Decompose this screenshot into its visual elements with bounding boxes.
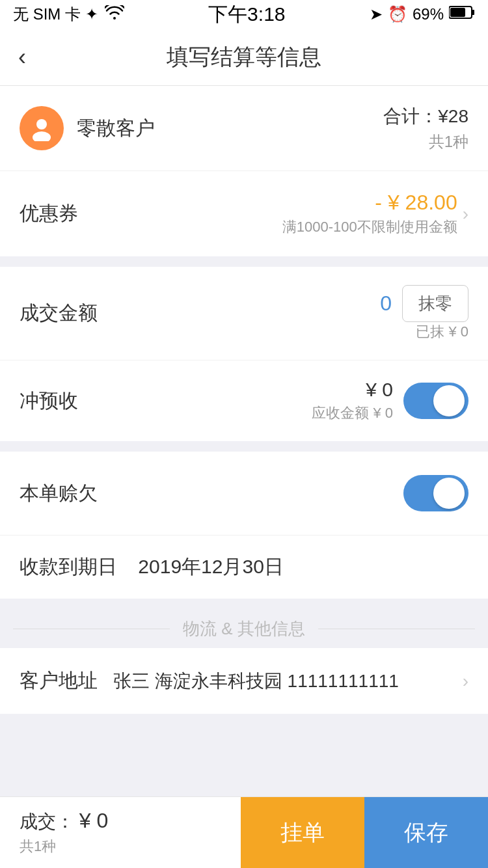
precollect-values: ¥ 0 应收金额 ¥ 0 — [312, 379, 393, 423]
bottom-bar: 成交： ¥ 0 共1种 挂单 保存 — [0, 796, 488, 868]
precollect-toggle[interactable] — [403, 383, 468, 419]
deal-amount-value: 0 — [380, 292, 392, 316]
deal-amount-value-col: 0 抹零 已抹 ¥ 0 — [380, 285, 468, 342]
hold-button[interactable]: 挂单 — [241, 797, 364, 869]
battery-icon — [449, 5, 475, 23]
content: 零散客户 合计：¥28 共1种 优惠券 - ¥ 28.00 满1000-100不… — [0, 86, 488, 802]
bottom-deal-amount: ¥ 0 — [79, 809, 108, 832]
status-left: 无 SIM 卡 ✦ — [13, 4, 124, 25]
deal-amount-value-row: 0 抹零 — [380, 285, 468, 322]
debit-toggle-thumb — [433, 478, 465, 509]
customer-total: 合计：¥28 — [383, 104, 468, 129]
logistics-line-right — [318, 629, 475, 629]
svg-rect-1 — [472, 10, 474, 15]
status-bar: 无 SIM 卡 ✦ 下午3:18 ➤ ⏰ 69% — [0, 0, 488, 29]
battery-label: 69% — [413, 5, 444, 23]
customer-count: 共1种 — [383, 131, 468, 152]
coupon-desc: 满1000-100不限制使用金额 — [282, 217, 457, 237]
due-date-row: 收款到期日 2019年12月30日 — [0, 535, 488, 599]
precollect-row: 冲预收 ¥ 0 应收金额 ¥ 0 — [0, 360, 488, 441]
customer-row: 零散客户 合计：¥28 共1种 — [0, 86, 488, 170]
due-date-value: 2019年12月30日 — [138, 556, 283, 577]
wifi-icon — [105, 5, 124, 23]
customer-right: 合计：¥28 共1种 — [383, 104, 468, 152]
avatar — [20, 106, 64, 150]
coupon-chevron-icon: › — [463, 204, 468, 224]
location-icon: ➤ — [370, 5, 383, 23]
logistics-label: 物流 & 其他信息 — [183, 617, 305, 640]
deal-amount-label: 成交金额 — [20, 300, 98, 327]
bottom-count: 共1种 — [20, 837, 221, 856]
alarm-icon: ⏰ — [388, 5, 407, 23]
precollect-toggle-thumb — [433, 385, 465, 416]
customer-section: 零散客户 合计：¥28 共1种 优惠券 - ¥ 28.00 满1000-100不… — [0, 86, 488, 256]
debit-toggle[interactable] — [403, 475, 468, 511]
svg-point-3 — [36, 119, 47, 129]
address-chevron-icon: › — [463, 671, 468, 692]
debit-toggle-track — [403, 475, 468, 511]
status-time: 下午3:18 — [208, 1, 285, 28]
address-value: 张三 海淀永丰科技园 11111111111 — [113, 669, 463, 694]
save-button[interactable]: 保存 — [364, 797, 488, 869]
debit-row: 本单赊欠 — [0, 452, 488, 535]
coupon-row[interactable]: 优惠券 - ¥ 28.00 满1000-100不限制使用金额 › — [0, 170, 488, 256]
bottom-info: 成交： ¥ 0 共1种 — [0, 809, 241, 856]
svg-rect-2 — [450, 8, 465, 17]
nav-bar: ‹ 填写结算等信息 — [0, 29, 488, 86]
precollect-right: ¥ 0 应收金额 ¥ 0 — [312, 379, 468, 423]
deal-amount-row: 成交金额 0 抹零 已抹 ¥ 0 — [0, 267, 488, 360]
due-date-label: 收款到期日 — [20, 556, 117, 577]
coupon-discount: - ¥ 28.00 — [282, 191, 457, 215]
page-title: 填写结算等信息 — [167, 42, 321, 72]
precollect-sub: 应收金额 ¥ 0 — [312, 403, 393, 423]
sim-label: 无 SIM 卡 ✦ — [13, 4, 98, 25]
customer-left: 零散客户 — [20, 106, 155, 150]
logistics-line-left — [13, 629, 170, 629]
customer-name: 零散客户 — [77, 115, 155, 142]
precollect-toggle-track — [403, 383, 468, 419]
address-row[interactable]: 客户地址 张三 海淀永丰科技园 11111111111 › — [0, 648, 488, 714]
svg-point-4 — [33, 131, 51, 141]
status-right: ➤ ⏰ 69% — [370, 5, 475, 23]
coupon-right: - ¥ 28.00 满1000-100不限制使用金额 › — [282, 191, 468, 237]
logistics-divider: 物流 & 其他信息 — [0, 609, 488, 648]
bottom-deal-row: 成交： ¥ 0 — [20, 809, 221, 834]
deal-section: 成交金额 0 抹零 已抹 ¥ 0 冲预收 ¥ 0 应收金额 ¥ 0 — [0, 267, 488, 441]
bottom-deal-label: 成交： — [20, 811, 74, 832]
coupon-label: 优惠券 — [20, 200, 78, 227]
address-section: 客户地址 张三 海淀永丰科技园 11111111111 › — [0, 648, 488, 714]
debit-section: 本单赊欠 收款到期日 2019年12月30日 — [0, 452, 488, 599]
round-zero-button[interactable]: 抹零 — [402, 285, 468, 322]
precollect-label: 冲预收 — [20, 388, 78, 414]
debit-label: 本单赊欠 — [20, 480, 98, 507]
deal-amount-sub: 已抹 ¥ 0 — [416, 322, 468, 342]
precollect-amount: ¥ 0 — [312, 379, 393, 401]
address-label: 客户地址 — [20, 668, 98, 694]
back-button[interactable]: ‹ — [18, 44, 26, 71]
